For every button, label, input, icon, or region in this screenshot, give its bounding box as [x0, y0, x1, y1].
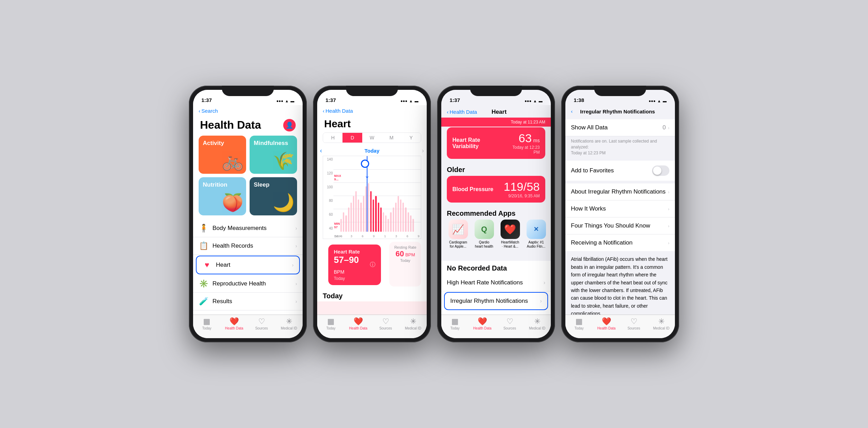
- scroll-area[interactable]: Show All Data 0 › Notifications are on. …: [565, 117, 675, 315]
- body-icon: 🧍: [199, 224, 208, 233]
- tab-health-data[interactable]: ❤️ Health Data: [345, 318, 372, 330]
- today-tab-icon: ▦: [575, 318, 583, 325]
- repro-health-item[interactable]: ✳️ Reproductive Health ›: [193, 275, 303, 293]
- today-tab-icon: ▦: [203, 318, 210, 325]
- nav-back[interactable]: ‹ Health Data: [447, 109, 477, 115]
- chart-prev-icon[interactable]: ‹: [320, 147, 322, 154]
- hr-bar: [383, 212, 384, 232]
- battery-icon: ▬: [415, 99, 418, 103]
- hr-card-left: Heart Rate 57–90 BPM Today: [334, 249, 370, 281]
- today-section: Today: [317, 288, 427, 301]
- bp-right: 119/58 9/20/16, 9:35 AM: [504, 180, 540, 198]
- tab-health-data[interactable]: ❤️ Health Data: [469, 318, 496, 330]
- activity-card[interactable]: Activity 🚲: [199, 136, 246, 174]
- time-btn-h[interactable]: H: [323, 133, 342, 143]
- time-btn-m[interactable]: M: [382, 133, 401, 143]
- how-it-works-item[interactable]: How It Works ›: [565, 200, 675, 217]
- tab-sources[interactable]: ♡ Sources: [620, 318, 648, 330]
- receiving-notif-item[interactable]: Receiving a Notification ›: [565, 234, 675, 251]
- tab-sources[interactable]: ♡ Sources: [248, 318, 275, 330]
- four-things-item[interactable]: Four Things You Should Know ›: [565, 217, 675, 234]
- resting-sub: Today: [394, 258, 416, 263]
- high-hr-notif[interactable]: High Heart Rate Notifications ›: [441, 274, 551, 291]
- sleep-card[interactable]: Sleep 🌙: [250, 177, 297, 215]
- health-data-screen: Health Data 👤 Activity 🚲 Mindfulness 🌾 N…: [193, 116, 303, 338]
- time-btn-y[interactable]: Y: [401, 133, 421, 143]
- nav-back[interactable]: ‹: [571, 108, 573, 114]
- status-icons: ●●● ▲ ▬: [524, 99, 542, 103]
- tab-health-data[interactable]: ❤️ Health Data: [593, 318, 620, 330]
- chart-area: 140 120 100 80 60 40: [323, 156, 421, 239]
- no-data-section: No Recorded Data High Heart Rate Notific…: [441, 261, 551, 315]
- body-measurements-item[interactable]: 🧍 Body Measurements ›: [193, 220, 303, 237]
- results-icon: 🧪: [199, 297, 208, 306]
- medical-id-tab-icon: ✳: [658, 318, 665, 325]
- tab-medical-id-label: Medical ID: [529, 326, 545, 330]
- nav-title: Heart: [492, 109, 506, 115]
- sleep-label: Sleep: [254, 181, 269, 188]
- show-all-data-value: 0: [662, 124, 666, 131]
- scroll-area[interactable]: Heart H D W M Y ‹ Today ›: [317, 116, 427, 315]
- time-btn-d[interactable]: D: [342, 133, 362, 143]
- bp-card[interactable]: Blood Pressure 119/58 9/20/16, 9:35 AM: [447, 176, 545, 203]
- user-avatar[interactable]: 👤: [283, 119, 296, 131]
- add-favorites-toggle[interactable]: [652, 165, 669, 176]
- grid-line: [333, 169, 421, 170]
- today-tab-icon: ▦: [451, 318, 459, 325]
- chevron-icon: ›: [668, 206, 669, 212]
- nutrition-card[interactable]: Nutrition 🍑: [199, 177, 246, 215]
- tab-today[interactable]: ▦ Today: [565, 318, 593, 330]
- tab-sources[interactable]: ♡ Sources: [372, 318, 399, 330]
- app-aaptiv[interactable]: ✕ Aaptiv: #1Audio Fitn...: [525, 220, 547, 254]
- irn-notif[interactable]: Irregular Rhythm Notifications ›: [444, 292, 548, 310]
- hr-bar: [402, 203, 404, 232]
- body-para-1: Atrial fibrillation (AFib) occurs when t…: [571, 255, 669, 315]
- resting-value: 60 BPM: [394, 249, 416, 258]
- x-label: 3: [350, 234, 352, 238]
- nav-back[interactable]: ‹ Search: [199, 108, 297, 114]
- chevron-icon: ›: [668, 125, 669, 130]
- hrv-card[interactable]: Heart Rate Variability 63 ms Today at 12…: [447, 127, 545, 159]
- low-hr-notif[interactable]: Low Heart Rate Notifications ›: [441, 311, 551, 315]
- add-favorites-row[interactable]: Add to Favorites: [565, 161, 675, 181]
- x-label: 6: [407, 234, 408, 238]
- hr-bar: [343, 212, 344, 232]
- status-icons: ●●● ▲ ▬: [276, 99, 294, 103]
- tab-today[interactable]: ▦ Today: [193, 318, 220, 330]
- health-records-item[interactable]: 📋 Health Records ›: [193, 237, 303, 255]
- four-things-label: Four Things You Should Know: [571, 222, 668, 229]
- sleep-icon: 🌙: [273, 192, 294, 213]
- tab-medical-id[interactable]: ✳ Medical ID: [399, 318, 427, 330]
- time-btn-w[interactable]: W: [362, 133, 382, 143]
- nav-back[interactable]: ‹ Health Data: [323, 108, 353, 114]
- scroll-area[interactable]: Health Data 👤 Activity 🚲 Mindfulness 🌾 N…: [193, 116, 303, 315]
- app-cardiogram[interactable]: 📈 Cardiogramfor Apple...: [447, 220, 469, 254]
- tab-bar: ▦ Today ❤️ Health Data ♡ Sources ✳ Medic…: [441, 315, 551, 338]
- heart-item[interactable]: ♥ Heart ›: [196, 256, 300, 274]
- heart-rate-card[interactable]: Heart Rate 57–90 BPM Today ⓘ: [328, 245, 381, 285]
- chevron-icon: ›: [668, 189, 669, 195]
- tab-medical-id[interactable]: ✳ Medical ID: [275, 318, 303, 330]
- nav-title: Irregular Rhythm Notifications: [580, 109, 655, 114]
- tab-today[interactable]: ▦ Today: [441, 318, 469, 330]
- y-label-60: 60: [323, 213, 333, 216]
- tab-sources[interactable]: ♡ Sources: [496, 318, 523, 330]
- scroll-area[interactable]: Today at 11:23 AM Heart Rate Variability…: [441, 118, 551, 315]
- tab-health-data[interactable]: ❤️ Health Data: [220, 318, 248, 330]
- mindfulness-card[interactable]: Mindfulness 🌾: [250, 136, 297, 174]
- tab-today-label: Today: [326, 326, 336, 330]
- app-heartwatch[interactable]: ❤️ HeartWatch· Heart &...: [499, 220, 521, 254]
- about-irn-item[interactable]: About Irregular Rhythm Notifications ›: [565, 183, 675, 200]
- tab-medical-id[interactable]: ✳ Medical ID: [648, 318, 675, 330]
- app-qardio[interactable]: Q Qardioheart health: [473, 220, 495, 254]
- info-icon[interactable]: ⓘ: [370, 261, 375, 268]
- hr-card-sub: Today: [334, 276, 370, 281]
- sources-tab-icon: ♡: [506, 318, 513, 325]
- tab-medical-id-label: Medical ID: [281, 326, 297, 330]
- show-all-data-item[interactable]: Show All Data 0 ›: [565, 119, 675, 136]
- chart-next-icon[interactable]: ›: [422, 147, 424, 154]
- tab-today[interactable]: ▦ Today: [317, 318, 345, 330]
- results-item[interactable]: 🧪 Results ›: [193, 293, 303, 310]
- tab-medical-id[interactable]: ✳ Medical ID: [523, 318, 551, 330]
- irn-label: Irregular Rhythm Notifications: [450, 298, 540, 305]
